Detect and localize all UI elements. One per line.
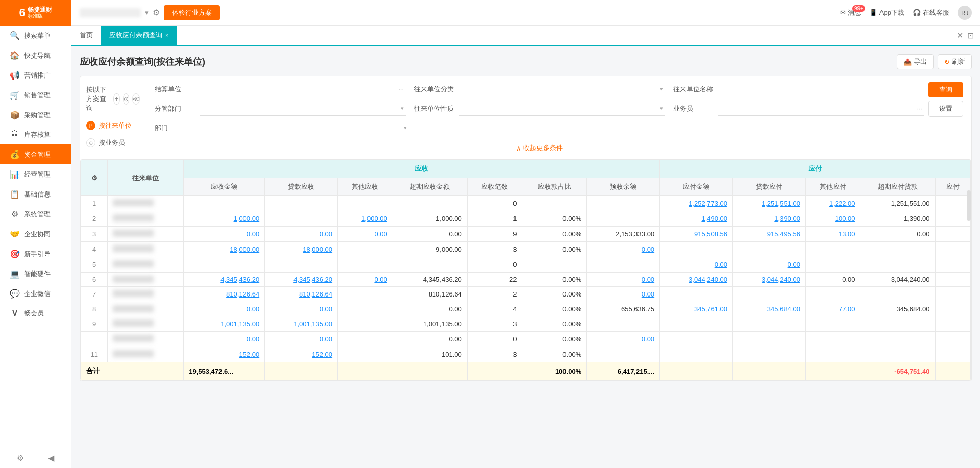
filter-row-1: 结算单位 ··· 往来单位分类 ▾ xyxy=(155,82,924,96)
app-download-button[interactable]: 📱 App下载 xyxy=(869,8,904,17)
dept-arrow-icon: ▾ xyxy=(404,125,407,131)
sidebar-item-finance[interactable]: 💰 资金管理 xyxy=(0,144,71,164)
maximize-window-icon[interactable]: ⊡ xyxy=(967,31,974,40)
tab-close-icon[interactable]: × xyxy=(165,32,168,38)
sidebar-footer: ⚙ ◀ xyxy=(0,448,71,468)
sidebar-item-purchase[interactable]: 📦 采购管理 xyxy=(0,105,71,125)
message-badge: 99+ xyxy=(852,5,865,12)
cell-partner xyxy=(108,196,184,211)
online-service-button[interactable]: 🎧 在线客服 xyxy=(913,8,949,17)
close-window-icon[interactable]: ✕ xyxy=(957,31,963,40)
table-sub-header: 应收金额 贷款应收 其他应收 超期应收金额 应收笔数 应收款占比 预收余额 应付… xyxy=(81,178,971,196)
department-input[interactable]: ▾ xyxy=(200,102,406,116)
page-header: 应收应付余额查询(按往来单位) 📤 导出 ↻ 刷新 xyxy=(80,54,972,69)
tab-home[interactable]: 首页 xyxy=(71,26,101,46)
settings-footer-icon[interactable]: ⚙ xyxy=(17,453,24,463)
user-avatar[interactable]: Rit xyxy=(958,6,972,20)
salesperson-input[interactable]: ··· xyxy=(718,102,924,116)
collapse-more-conditions[interactable]: ∧ 收起更多条件 xyxy=(155,139,924,153)
settings-button[interactable]: 设置 xyxy=(928,101,963,117)
table-row: 0.00 0.00 0.00 0 0.00% 0.00 xyxy=(81,332,971,347)
refresh-button[interactable]: ↻ 刷新 xyxy=(938,54,972,69)
finance-icon: 💰 xyxy=(10,150,20,159)
total-ar-ratio: 100.00% xyxy=(522,362,587,380)
topbar-gear-icon[interactable]: ⚙ xyxy=(153,8,160,17)
headset-icon: 🎧 xyxy=(913,9,921,16)
total-ap-overdue: -654,751.40 xyxy=(861,362,935,380)
topbar-left: ▾ ⚙ 体验行业方案 xyxy=(80,5,834,20)
table-container: ⚙ 往来单位 应收 应付 应收金额 贷款应收 其他应收 超期应收金额 应收笔数 … xyxy=(80,159,971,381)
topbar: ▾ ⚙ 体验行业方案 ✉ 消息 99+ 📱 App下载 🎧 在线客服 Rit xyxy=(71,0,980,26)
message-button[interactable]: ✉ 消息 99+ xyxy=(840,8,861,17)
department-arrow-icon: ▾ xyxy=(401,105,404,112)
salesperson-label: 业务员 xyxy=(673,104,714,113)
table-total-row: 合计 19,553,472.6... 100.00% 6,417,215.... xyxy=(81,362,971,380)
sidebar-item-marketing[interactable]: 📢 营销推广 xyxy=(0,65,71,85)
sidebar-item-system[interactable]: ⚙ 系统管理 xyxy=(0,204,71,224)
operations-icon: 📊 xyxy=(10,169,20,179)
export-button[interactable]: 📤 导出 xyxy=(897,54,934,69)
sidebar-item-guide[interactable]: 🎯 新手引导 xyxy=(0,244,71,264)
sidebar-item-operations[interactable]: 📊 经营管理 xyxy=(0,164,71,184)
app-download-icon: 📱 xyxy=(869,9,877,16)
filter-header-title: 按以下方案查询 xyxy=(86,85,110,113)
sidebar-item-inventory[interactable]: 🏛 库存核算 xyxy=(0,125,71,144)
tab-ar-ap-query[interactable]: 应收应付余额查询 × xyxy=(101,26,177,46)
tabs-window-controls: ✕ ⊡ xyxy=(957,31,980,40)
sidebar-item-nav[interactable]: 🏠 快捷导航 xyxy=(0,45,71,65)
partner-category-input[interactable]: ▾ xyxy=(459,82,665,96)
sidebar-item-search[interactable]: 🔍 搜索菜单 xyxy=(0,26,71,45)
sidebar-item-sales[interactable]: 🛒 销售管理 xyxy=(0,85,71,105)
sidebar-item-wechat[interactable]: 💬 企业微信 xyxy=(0,284,71,304)
hardware-icon: 💻 xyxy=(10,269,20,279)
topbar-right: ✉ 消息 99+ 📱 App下载 🎧 在线客服 Rit xyxy=(840,6,972,20)
sidebar-item-basic-info[interactable]: 📋 基础信息 xyxy=(0,184,71,204)
query-fields-panel: 结算单位 ··· 往来单位分类 ▾ xyxy=(146,76,971,159)
inventory-icon: 🏛 xyxy=(10,130,20,139)
partner-category-label: 往来单位分类 xyxy=(414,85,455,94)
col-ar-overdue: 超期应收金额 xyxy=(393,178,467,196)
filter-field-department: 分管部门 ▾ xyxy=(155,102,406,116)
col-ar-count: 应收笔数 xyxy=(467,178,522,196)
query-area: 按以下方案查询 + ⊙ ≪ P 按往来单位 ⊙ 按业务员 xyxy=(80,76,971,159)
by-partner-icon: P xyxy=(86,121,95,130)
by-salesperson-icon: ⊙ xyxy=(86,138,95,147)
home-icon: 🏠 xyxy=(10,51,20,60)
total-ar-amount: 19,553,472.6... xyxy=(184,362,265,380)
add-filter-icon[interactable]: + xyxy=(113,93,119,105)
company-dropdown-arrow[interactable]: ▾ xyxy=(145,9,149,16)
try-solution-button[interactable]: 体验行业方案 xyxy=(164,5,220,20)
sidebar-item-member[interactable]: V 畅会员 xyxy=(0,304,71,323)
col-ar-amount: 应收金额 xyxy=(184,178,265,196)
sidebar-item-hardware[interactable]: 💻 智能硬件 xyxy=(0,264,71,284)
table-footer: 合计 19,553,472.6... 100.00% 6,417,215.... xyxy=(81,362,971,380)
setting-filter-icon[interactable]: ⊙ xyxy=(123,93,129,105)
partner-category-arrow-icon: ▾ xyxy=(660,86,663,92)
col-ap-amount: 应付金额 xyxy=(660,178,733,196)
collapse-left-icon[interactable]: ≪ xyxy=(132,93,140,105)
table-row: 8 P 0.00 0.00 0.00 4 0.00% 655,636.75 34… xyxy=(81,302,971,316)
partner-nature-input[interactable]: ▾ xyxy=(459,102,665,116)
sidebar-item-enterprise[interactable]: 🤝 企业协同 xyxy=(0,224,71,244)
enterprise-icon: 🤝 xyxy=(10,229,20,239)
query-right-content: 结算单位 ··· 往来单位分类 ▾ xyxy=(155,82,963,153)
dept-input[interactable]: ▾ xyxy=(200,121,409,135)
partner-name-input[interactable] xyxy=(718,82,924,96)
col-settings-icon[interactable]: ⚙ xyxy=(81,160,108,196)
partner-name-label: 往来单位名称 xyxy=(673,85,714,94)
query-button[interactable]: 查询 xyxy=(928,82,963,97)
query-mode-by-salesperson[interactable]: ⊙ 按业务员 xyxy=(80,134,146,152)
purchase-icon: 📦 xyxy=(10,110,20,120)
table-scrollbar[interactable] xyxy=(967,190,971,221)
settlement-input[interactable]: ··· xyxy=(200,82,406,96)
query-fields: 结算单位 ··· 往来单位分类 ▾ xyxy=(155,82,924,153)
filter-field-partner-nature: 往来单位性质 ▾ xyxy=(414,102,665,116)
col-ar-other: 其他应收 xyxy=(338,178,393,196)
sidebar: 6 畅捷通财 标准版 🔍 搜索菜单 🏠 快捷导航 📢 营销推广 🛒 销售管理 📦… xyxy=(0,0,71,468)
query-mode-panel: 按以下方案查询 + ⊙ ≪ P 按往来单位 ⊙ 按业务员 xyxy=(80,76,146,159)
table-row: 1 0 1,252,773.00 1,251,551.00 1,222.00 1… xyxy=(81,196,971,211)
page-title: 应收应付余额查询(按往来单位) xyxy=(80,56,205,68)
collapse-sidebar-icon[interactable]: ◀ xyxy=(48,453,54,463)
query-mode-by-partner[interactable]: P 按往来单位 xyxy=(80,117,146,134)
info-icon: 📋 xyxy=(10,189,20,199)
